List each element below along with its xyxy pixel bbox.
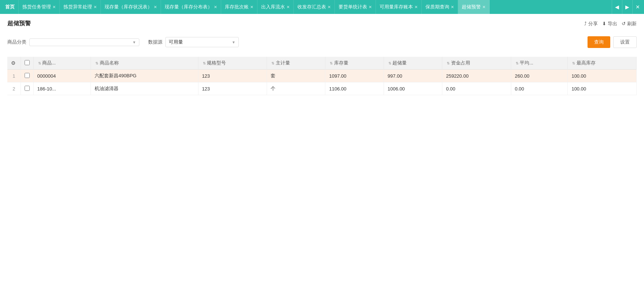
table-row: 1 0000004 六配套新昌490BPG 123 套 1097.00 997.… — [7, 70, 637, 82]
sort-icon: ⇅ — [447, 61, 450, 65]
nav-close-arrow[interactable]: ✕ — [632, 0, 643, 14]
refresh-icon: ↺ — [622, 21, 626, 26]
settings-button[interactable]: 设置 — [613, 36, 637, 48]
sort-icon: ⇅ — [95, 61, 98, 65]
close-inout-flow[interactable]: ✕ — [286, 5, 290, 10]
select-all-checkbox[interactable] — [25, 60, 30, 65]
row-checkbox-cell[interactable] — [21, 82, 33, 95]
table-header-overstock[interactable]: ⇅ 超储量 — [384, 57, 442, 70]
page-content: 超储预警 ⤴ 分享 ⬇ 导出 ↺ 刷新 商品分类 ▼ 数据源 — [0, 14, 644, 293]
nav-item-task-mgmt[interactable]: 拣货任务管理 ✕ — [19, 0, 60, 14]
close-abnormal[interactable]: ✕ — [94, 5, 97, 10]
filter-actions: 查询 设置 — [588, 36, 637, 48]
gear-icon[interactable]: ⚙ — [11, 60, 16, 66]
table-header-stock[interactable]: ⇅ 库存量 — [325, 57, 384, 70]
table-header-row: ⚙ ⇅ 商品... ⇅ 商品名称 ⇅ 规格型号 ⇅ — [7, 57, 637, 70]
nav-item-inout-flow[interactable]: 出入库流水 ✕ — [257, 0, 294, 14]
nav-item-recv-send[interactable]: 收发存汇总表 ✕ — [294, 0, 335, 14]
row-overstock: 1006.00 — [384, 82, 442, 95]
datasource-select[interactable]: 可用量 ▼ — [165, 37, 239, 47]
share-button[interactable]: ⤴ 分享 — [584, 21, 598, 27]
nav-item-order-stats[interactable]: 要货单统计表 ✕ — [335, 0, 376, 14]
export-button[interactable]: ⬇ 导出 — [602, 21, 617, 27]
nav-right-arrow[interactable]: ▶ — [622, 0, 632, 14]
category-filter: 商品分类 ▼ — [7, 38, 139, 46]
row-max-stock: 100.00 — [568, 70, 637, 82]
table-header-checkbox[interactable] — [21, 57, 33, 70]
close-overstock-warning[interactable]: ✕ — [482, 5, 486, 10]
row-max-stock: 100.00 — [568, 82, 637, 95]
refresh-button[interactable]: ↺ 刷新 — [622, 21, 637, 27]
share-icon: ⤴ — [584, 21, 587, 26]
nav-item-inventory-dist[interactable]: 现存量（库存分布表） ✕ — [161, 0, 221, 14]
sort-icon: ⇅ — [388, 61, 391, 65]
header-actions: ⤴ 分享 ⬇ 导出 ↺ 刷新 — [584, 21, 637, 27]
sort-icon: ⇅ — [330, 61, 333, 65]
sort-icon: ⇅ — [203, 61, 206, 65]
sort-icon: ⇅ — [38, 61, 41, 65]
filter-area: 商品分类 ▼ 数据源 可用量 ▼ 查询 设置 — [7, 33, 637, 51]
top-nav: 首页 拣货任务管理 ✕ 拣货异常处理 ✕ 现存量（库存状况表） ✕ 现存量（库存… — [0, 0, 644, 14]
row-unit: 套 — [267, 70, 325, 82]
category-label: 商品分类 — [7, 39, 26, 45]
row-product-name: 六配套新昌490BPG — [91, 70, 198, 82]
row-avg: 260.00 — [511, 70, 568, 82]
close-expiry[interactable]: ✕ — [451, 5, 454, 10]
table-header-spec[interactable]: ⇅ 规格型号 — [198, 57, 267, 70]
close-inventory-status[interactable]: ✕ — [154, 5, 157, 10]
table-header-settings[interactable]: ⚙ — [7, 57, 21, 70]
close-order-stats[interactable]: ✕ — [369, 5, 372, 10]
nav-item-overstock-warning[interactable]: 超储预警 ✕ — [458, 0, 490, 14]
query-button[interactable]: 查询 — [588, 36, 610, 48]
nav-arrows: ◀ ▶ ✕ — [612, 0, 643, 14]
nav-item-inventory-status[interactable]: 现存量（库存状况表） ✕ — [101, 0, 161, 14]
row-avg: 0.00 — [511, 82, 568, 95]
table-header-unit[interactable]: ⇅ 主计量 — [267, 57, 325, 70]
nav-item-home[interactable]: 首页 — [1, 0, 19, 14]
row-capital: 0.00 — [442, 82, 511, 95]
row-checkbox[interactable] — [25, 86, 30, 91]
row-stock: 1097.00 — [325, 70, 384, 82]
datasource-label: 数据源 — [148, 39, 162, 45]
datasource-filter: 数据源 可用量 ▼ — [148, 37, 239, 47]
nav-item-abnormal[interactable]: 拣货异常处理 ✕ — [60, 0, 101, 14]
row-product-code: 186-10... — [33, 82, 91, 95]
table-header-max-stock[interactable]: ⇅ 最高库存 — [568, 57, 637, 70]
nav-item-batch[interactable]: 库存批次账 ✕ — [221, 0, 257, 14]
close-task-mgmt[interactable]: ✕ — [52, 5, 56, 10]
datasource-chevron-icon: ▼ — [232, 40, 235, 44]
row-checkbox[interactable] — [25, 73, 30, 78]
row-spec: 123 — [198, 70, 267, 82]
sort-icon: ⇅ — [271, 61, 274, 65]
row-stock: 1106.00 — [325, 82, 384, 95]
row-checkbox-cell[interactable] — [21, 70, 33, 82]
data-table: ⚙ ⇅ 商品... ⇅ 商品名称 ⇅ 规格型号 ⇅ — [7, 57, 637, 95]
close-available-inv[interactable]: ✕ — [414, 5, 418, 10]
table-header-product-code[interactable]: ⇅ 商品... — [33, 57, 91, 70]
page-title: 超储预警 — [7, 20, 31, 27]
row-number: 1 — [7, 70, 21, 82]
nav-left-arrow[interactable]: ◀ — [612, 0, 622, 14]
row-product-name: 机油滤清器 — [91, 82, 198, 95]
category-chevron-icon: ▼ — [132, 40, 136, 44]
page-header: 超储预警 ⤴ 分享 ⬇ 导出 ↺ 刷新 — [7, 20, 637, 27]
table-header-capital[interactable]: ⇅ 资金占用 — [442, 57, 511, 70]
row-product-code: 0000004 — [33, 70, 91, 82]
table-header-product-name[interactable]: ⇅ 商品名称 — [91, 57, 198, 70]
sort-icon: ⇅ — [516, 61, 519, 65]
nav-item-expiry[interactable]: 保质期查询 ✕ — [422, 0, 458, 14]
export-icon: ⬇ — [602, 21, 606, 26]
nav-item-available-inv[interactable]: 可用量库存账本 ✕ — [376, 0, 422, 14]
row-number: 2 — [7, 82, 21, 95]
datasource-select-value: 可用量 — [169, 39, 183, 45]
row-unit: 个 — [267, 82, 325, 95]
table-header-avg[interactable]: ⇅ 平均... — [511, 57, 568, 70]
close-recv-send[interactable]: ✕ — [328, 5, 331, 10]
row-overstock: 997.00 — [384, 70, 442, 82]
sort-icon: ⇅ — [572, 61, 575, 65]
close-batch[interactable]: ✕ — [250, 5, 253, 10]
row-capital: 259220.00 — [442, 70, 511, 82]
close-inventory-dist[interactable]: ✕ — [214, 5, 217, 10]
row-spec: 123 — [198, 82, 267, 95]
category-select[interactable]: ▼ — [29, 38, 139, 46]
